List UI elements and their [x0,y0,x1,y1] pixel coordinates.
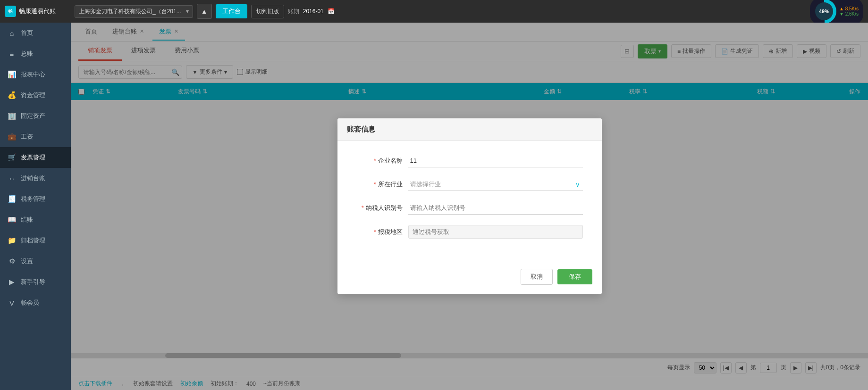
sidebar-item-member[interactable]: V 畅会员 [0,292,71,313]
sidebar-label-archive: 归档管理 [21,236,45,245]
speed-info: ▲ 8.5K/s ▼ 2.6K/s [839,6,859,17]
sidebar-item-closebook[interactable]: 📖 结账 [0,209,71,230]
sidebar-label-member: 畅会员 [21,299,39,307]
sidebar-item-tax[interactable]: 🧾 税务管理 [0,189,71,209]
sidebar-item-ledger[interactable]: ≡ 总账 [0,43,71,64]
network-widget: 49% ▲ 8.5K/s ▼ 2.6K/s [810,0,863,25]
taxid-label-text: 纳税人识别号 [366,204,403,211]
sidebar-item-asset[interactable]: 🏢 固定资产 [0,106,71,126]
modal-footer: 取消 保存 [337,262,602,294]
taxregion-label-text: 报税地区 [378,228,403,235]
sidebar-label-salary: 工资 [21,133,33,141]
asset-icon: 🏢 [8,112,16,120]
industry-select-wrap: 请选择行业 [408,178,583,191]
percent-inner: 49% [815,2,833,20]
required-star-2: * [374,181,376,188]
sidebar-label-home: 首页 [21,29,33,37]
sidebar: ⌂ 首页 ≡ 总账 📊 报表中心 💰 资金管理 🏢 固定资产 💼 工资 🛒 发票… [0,23,71,390]
sidebar-label-tax: 税务管理 [21,195,45,203]
sidebar-item-trade[interactable]: ↔ 进销台账 [0,168,71,189]
enterprise-label-text: 企业名称 [378,157,403,164]
trade-icon: ↔ [8,174,16,183]
period-value: 2016-01 [303,8,324,15]
form-row-industry: * 所在行业 请选择行业 [356,178,583,191]
workbench-button[interactable]: 工作台 [216,4,247,18]
top-bar-right: 49% ▲ 8.5K/s ▼ 2.6K/s [810,0,863,25]
required-star-3: * [362,204,364,211]
sidebar-label-asset: 固定资产 [21,112,45,120]
archive-icon: 📁 [8,236,16,245]
home-icon: ⌂ [8,29,16,37]
report-icon: 📊 [8,70,16,79]
industry-label: * 所在行业 [356,180,408,189]
cancel-button[interactable]: 取消 [521,269,553,285]
sidebar-label-settings: 设置 [21,257,33,266]
required-star-4: * [374,228,376,235]
app-logo: 畅 畅康通易代账 [5,6,71,17]
sidebar-item-home[interactable]: ⌂ 首页 [0,23,71,43]
sidebar-item-guide[interactable]: ▶ 新手引导 [0,272,71,292]
enterprise-label: * 企业名称 [356,157,408,165]
industry-select[interactable]: 请选择行业 [408,178,583,191]
settings-icon: ⚙ [8,257,16,266]
logo-icon: 畅 [5,6,16,17]
speed-up: ▲ 8.5K/s [839,6,859,11]
form-row-taxid: * 纳税人识别号 [356,201,583,215]
fund-icon: 💰 [8,91,16,100]
form-row-taxregion: * 报税地区 [356,225,583,239]
sidebar-label-guide: 新手引导 [21,278,45,286]
content-area: 首页 进销台账 ✕ 发票 ✕ 销项发票 进项发票 费用小票 [71,23,868,390]
app-name: 畅康通易代账 [19,7,56,16]
guide-icon: ▶ [8,278,16,286]
taxid-label: * 纳税人识别号 [356,204,408,212]
sidebar-item-fund[interactable]: 💰 资金管理 [0,85,71,106]
taxid-input[interactable] [408,201,583,215]
ledger-icon: ≡ [8,50,16,58]
modal-overlay: 账套信息 * 企业名称 * 所在行 [71,23,868,390]
speed-down: ▼ 2.6K/s [839,11,859,17]
sidebar-label-trade: 进销台账 [21,174,45,183]
period-info: 账期 2016-01 📅 [288,8,335,16]
account-info-modal: 账套信息 * 企业名称 * 所在行 [337,118,602,294]
company-selector[interactable]: 上海卯金刀电子科技有限公司_（台201... [75,5,193,18]
old-version-button[interactable]: 切到旧版 [251,5,284,18]
save-button[interactable]: 保存 [557,269,592,284]
required-star: * [374,157,376,164]
sidebar-label-fund: 资金管理 [21,91,45,100]
main-layout: ⌂ 首页 ≡ 总账 📊 报表中心 💰 资金管理 🏢 固定资产 💼 工资 🛒 发票… [0,23,868,390]
taxregion-label: * 报税地区 [356,228,408,236]
sidebar-item-settings[interactable]: ⚙ 设置 [0,251,71,272]
percent-text: 49% [819,8,829,14]
industry-label-text: 所在行业 [378,181,403,188]
salary-icon: 💼 [8,133,16,141]
sidebar-label-closebook: 结账 [21,216,33,224]
modal-body: * 企业名称 * 所在行业 请选择行业 [337,141,602,262]
sidebar-item-salary[interactable]: 💼 工资 [0,126,71,147]
form-row-enterprise: * 企业名称 [356,154,583,167]
upload-button[interactable]: ▲ [197,4,212,19]
sidebar-item-report[interactable]: 📊 报表中心 [0,64,71,85]
sidebar-label-ledger: 总账 [21,50,33,58]
modal-header: 账套信息 [337,118,602,141]
tax-icon: 🧾 [8,195,16,203]
modal-title: 账套信息 [347,125,375,133]
period-label: 账期 [288,8,299,16]
sidebar-item-invoice[interactable]: 🛒 发票管理 [0,147,71,168]
taxregion-input [408,225,583,239]
top-bar: 畅 畅康通易代账 上海卯金刀电子科技有限公司_（台201... ▲ 工作台 切到… [0,0,868,23]
enterprise-input[interactable] [408,154,583,167]
member-icon: V [8,299,16,307]
percent-circle: 49% [812,0,836,24]
sidebar-label-invoice: 发票管理 [21,153,45,162]
close-book-icon: 📖 [8,216,16,224]
calendar-icon[interactable]: 📅 [328,8,335,15]
invoice-icon: 🛒 [8,153,16,162]
company-name: 上海卯金刀电子科技有限公司_（台201... [79,8,181,16]
sidebar-item-archive[interactable]: 📁 归档管理 [0,230,71,251]
sidebar-label-report: 报表中心 [21,70,45,79]
